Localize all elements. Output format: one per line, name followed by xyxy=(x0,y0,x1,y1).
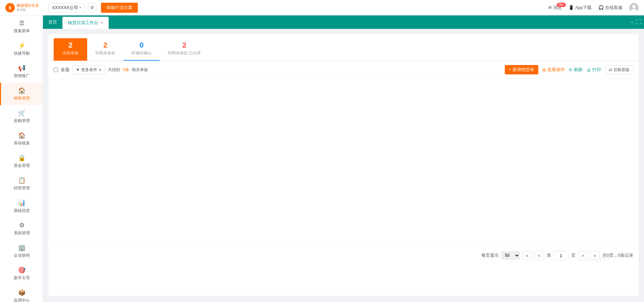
tabbar-right: – ⛶ xyxy=(630,19,644,25)
sidebar-item-quick-nav[interactable]: ⚡ 快捷导航 xyxy=(0,38,43,60)
sidebar-label-app-center: 应用中心 xyxy=(14,298,30,302)
phone-icon: 📱 xyxy=(569,5,574,10)
tab-workbench[interactable]: 钱货日清工作台 ✕ xyxy=(62,17,109,29)
tab-workbench-label: 钱货日清工作台 xyxy=(68,20,98,26)
sidebar-item-app-center[interactable]: 📦 应用中心 xyxy=(0,285,43,302)
sidebar-item-guide[interactable]: 🎯 新手引导 xyxy=(0,262,43,285)
stats-label-overdue-shipped: 到期未收款 已出库 xyxy=(168,50,201,56)
select-all-label: 全选 xyxy=(61,67,69,73)
found-count: 0条 xyxy=(123,67,129,73)
found-text: 共找到 xyxy=(108,67,120,73)
app-download-button[interactable]: 📱 App下载 xyxy=(569,5,592,11)
stats-tab-all[interactable]: 2 全部单据 xyxy=(54,38,87,61)
tab-close-icon[interactable]: ✕ xyxy=(100,21,103,25)
sidebar-item-enterprise[interactable]: 🏢 企业协同 xyxy=(0,240,43,262)
trial-button[interactable]: 体验行业方案 xyxy=(101,3,138,13)
filter-label: 更多条件 xyxy=(81,67,97,73)
sidebar-item-basic-info[interactable]: 📊 基础信息 xyxy=(0,195,43,218)
batch-operation-button[interactable]: ⊞ 批量操作 xyxy=(542,67,565,73)
message-icon: ✉ xyxy=(548,5,552,10)
sidebar-item-operations[interactable]: 📋 经营管理 xyxy=(0,173,43,195)
sidebar-item-search-menu[interactable]: ☰ 搜索菜单 xyxy=(0,15,43,38)
stats-tab-pending[interactable]: 0 旺铺待确认 xyxy=(123,38,160,61)
tab-maximize-button[interactable]: ⛶ xyxy=(636,19,641,25)
logo-tag: 标准版 xyxy=(17,8,39,12)
company-selector[interactable]: XXXXXX公司 ▾ xyxy=(48,3,85,12)
sidebar-item-system[interactable]: ⚙ 系统管理 xyxy=(0,218,43,240)
next-icon: > xyxy=(582,253,584,258)
message-badge: 99+ xyxy=(557,3,566,7)
settings-button[interactable]: ⚙ xyxy=(88,3,97,12)
company-name: XXXXXX公司 xyxy=(52,5,78,11)
filter-chevron-icon: ∨ xyxy=(99,67,102,72)
logo-name: 畅捷通好生意 xyxy=(17,3,39,8)
finance-icon: 🔒 xyxy=(18,154,25,162)
svg-point-1 xyxy=(632,5,636,8)
sidebar-item-sales[interactable]: 🏠 销售管理 xyxy=(0,83,43,105)
content-card: 2 全部单据 2 到期未收款 0 旺铺待确认 2 到期未收款 已出库 全选 xyxy=(48,34,639,296)
online-service-button[interactable]: 🎧 在线客服 xyxy=(598,5,623,11)
last-page-button[interactable]: » xyxy=(590,251,600,260)
sidebar-item-marketing[interactable]: 📢 营销推广 xyxy=(0,60,43,83)
operations-icon: 📋 xyxy=(18,177,25,184)
prev-page-button[interactable]: < xyxy=(535,251,544,260)
table-area xyxy=(48,79,639,246)
chevron-down-icon: ▾ xyxy=(79,6,81,9)
filter-button[interactable]: ▼ 更多条件 ∨ xyxy=(72,65,105,74)
filter-icon: ▼ xyxy=(76,67,80,72)
logo-icon: 6 xyxy=(5,3,15,12)
basic-info-icon: 📊 xyxy=(18,199,25,206)
last-page-icon: » xyxy=(594,253,596,258)
tabbar: 首页 钱货日清工作台 ✕ – ⛶ xyxy=(43,15,644,29)
stats-tab-overdue-shipped[interactable]: 2 到期未收款 已出库 xyxy=(160,38,209,61)
sidebar-label-finance: 资金管理 xyxy=(14,163,30,169)
sidebar-label-inventory: 库存核算 xyxy=(14,140,30,146)
headset-icon: 🎧 xyxy=(598,5,604,10)
next-page-button[interactable]: > xyxy=(578,251,588,260)
select-all-checkbox[interactable] xyxy=(54,68,58,72)
batch-icon: ⊞ xyxy=(542,67,546,72)
sidebar: ☰ 搜索菜单 ⚡ 快捷导航 📢 营销推广 🏠 销售管理 🛒 采购管理 🏠 库存核… xyxy=(0,15,43,302)
sidebar-label-enterprise: 企业协同 xyxy=(14,253,30,258)
message-button[interactable]: ✉ 消息 99+ xyxy=(548,5,562,11)
print-button[interactable]: 🖨 打印 xyxy=(587,67,601,73)
purchase-icon: 🛒 xyxy=(18,109,25,117)
switch-label: 切换新版 xyxy=(613,67,630,73)
gear-icon: ⚙ xyxy=(90,5,94,10)
menu-icon: ☰ xyxy=(19,19,24,27)
toolbar: 全选 ▼ 更多条件 ∨ 共找到 0条 相关单据 + 新增销货单 ⊞ 批量操作 ↻ xyxy=(48,61,639,79)
sidebar-label-search-menu: 搜索菜单 xyxy=(14,28,30,34)
tab-minimize-button[interactable]: – xyxy=(630,19,633,25)
stats-label-pending: 旺铺待确认 xyxy=(131,50,152,56)
page-number-input[interactable] xyxy=(554,251,569,260)
pagination: 每页显示 50 100 200 « < 第 页 > » 共0页，0条记录 xyxy=(48,246,639,264)
switch-version-button[interactable]: ⇄ 切换新版 xyxy=(605,65,633,74)
prev-icon: < xyxy=(538,253,541,258)
sidebar-label-basic-info: 基础信息 xyxy=(14,208,30,214)
stats-label-overdue: 到期未收款 xyxy=(95,50,115,56)
refresh-button[interactable]: ↻ 刷新 xyxy=(569,67,583,73)
avatar[interactable] xyxy=(629,3,639,12)
enterprise-icon: 🏢 xyxy=(18,244,25,251)
app-logo: 6 畅捷通好生意 标准版 xyxy=(5,3,48,12)
sidebar-label-operations: 经营管理 xyxy=(14,185,30,191)
stats-tab-overdue[interactable]: 2 到期未收款 xyxy=(87,38,123,61)
sidebar-label-quick-nav: 快捷导航 xyxy=(14,51,30,56)
related-text: 相关单据 xyxy=(132,67,148,73)
first-page-button[interactable]: « xyxy=(523,251,532,260)
stats-count-pending: 0 xyxy=(140,41,144,50)
tab-home[interactable]: 首页 xyxy=(43,15,62,29)
main-content: 2 全部单据 2 到期未收款 0 旺铺待确认 2 到期未收款 已出库 全选 xyxy=(43,29,644,302)
sidebar-item-inventory[interactable]: 🏠 库存核算 xyxy=(0,128,43,150)
sidebar-item-purchase[interactable]: 🛒 采购管理 xyxy=(0,105,43,128)
system-icon: ⚙ xyxy=(19,222,24,229)
logo-text-block: 畅捷通好生意 标准版 xyxy=(17,3,39,12)
sidebar-label-purchase: 采购管理 xyxy=(14,118,30,124)
refresh-label: 刷新 xyxy=(574,67,583,73)
print-label: 打印 xyxy=(592,67,601,73)
toolbar-right: + 新增销货单 ⊞ 批量操作 ↻ 刷新 🖨 打印 ⇄ 切换新版 xyxy=(505,65,633,74)
sidebar-item-finance[interactable]: 🔒 资金管理 xyxy=(0,150,43,173)
add-sales-order-button[interactable]: + 新增销货单 xyxy=(505,65,538,74)
batch-label: 批量操作 xyxy=(547,67,565,73)
page-size-select[interactable]: 50 100 200 xyxy=(501,251,520,259)
